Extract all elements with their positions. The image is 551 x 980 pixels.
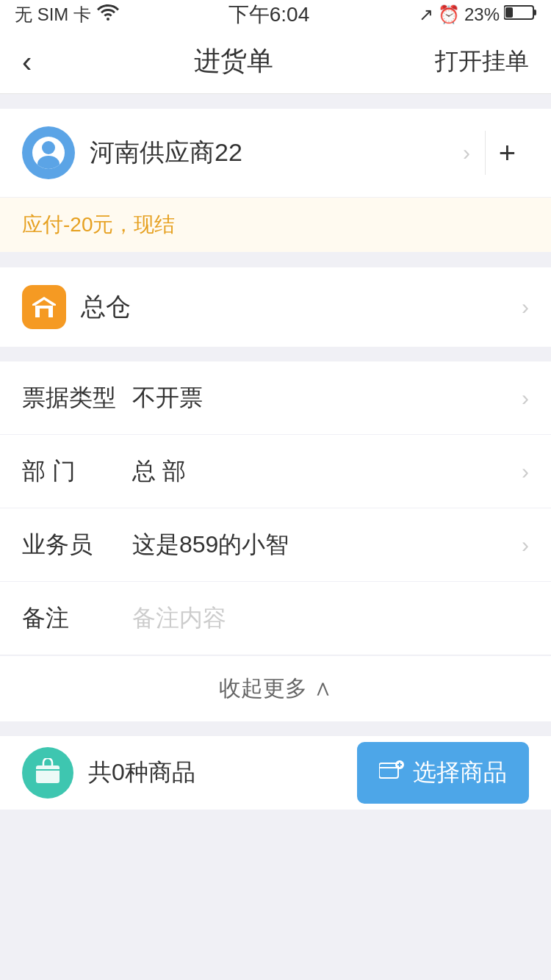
section-gap-3: [0, 347, 551, 361]
salesperson-row[interactable]: 业务员 这是859的小智 ›: [0, 508, 551, 582]
form-section: 票据类型 不开票 › 部 门 总 部 › 业务员 这是859的小智 › 备注 备…: [0, 361, 551, 721]
supplier-notice: 应付-20元，现结: [0, 198, 551, 252]
select-product-icon: [379, 760, 404, 787]
supplier-chevron-icon: ›: [463, 140, 470, 165]
supplier-avatar: [22, 126, 75, 179]
warehouse-icon: [22, 285, 66, 329]
collapse-button[interactable]: 收起更多 ∧: [0, 655, 551, 721]
add-supplier-button[interactable]: +: [485, 131, 529, 175]
supplier-name: 河南供应商22: [90, 136, 463, 170]
svg-rect-2: [505, 7, 513, 18]
product-section: 共0种商品 选择商品: [0, 736, 551, 810]
department-row[interactable]: 部 门 总 部 ›: [0, 435, 551, 508]
status-right: ↗ ⏰ 23%: [419, 4, 536, 25]
location-icon: ↗: [419, 4, 433, 25]
remark-row[interactable]: 备注 备注内容: [0, 582, 551, 655]
supplier-section: 河南供应商22 › + 应付-20元，现结: [0, 109, 551, 252]
department-chevron-icon: ›: [522, 459, 529, 484]
salesperson-label: 业务员: [22, 529, 125, 561]
status-bar: 无 SIM 卡 下午6:04 ↗ ⏰ 23%: [0, 0, 551, 29]
supplier-row[interactable]: 河南供应商22 › +: [0, 109, 551, 198]
status-time: 下午6:04: [228, 1, 310, 29]
open-pending-button[interactable]: 打开挂单: [435, 46, 529, 78]
remark-label: 备注: [22, 602, 125, 635]
svg-rect-3: [36, 765, 60, 783]
warehouse-name: 总仓: [81, 290, 522, 324]
section-gap-1: [0, 94, 551, 109]
invoice-type-label: 票据类型: [22, 382, 125, 414]
status-left: 无 SIM 卡: [15, 3, 119, 26]
warehouse-chevron-icon: ›: [522, 295, 529, 320]
invoice-type-value: 不开票: [125, 382, 522, 414]
warehouse-section: 总仓 ›: [0, 267, 551, 347]
page-background: [0, 810, 551, 980]
department-label: 部 门: [22, 455, 125, 488]
salesperson-value: 这是859的小智: [125, 529, 522, 561]
warehouse-row[interactable]: 总仓 ›: [0, 267, 551, 347]
signal-text: 无 SIM 卡: [15, 3, 91, 26]
wifi-icon: [97, 4, 119, 25]
page-title: 进货单: [194, 43, 273, 79]
collapse-label: 收起更多 ∧: [219, 674, 331, 704]
section-gap-2: [0, 252, 551, 267]
product-count: 共0种商品: [88, 757, 357, 789]
remark-input[interactable]: 备注内容: [125, 602, 529, 635]
invoice-type-row[interactable]: 票据类型 不开票 ›: [0, 361, 551, 435]
svg-rect-1: [533, 10, 536, 15]
select-product-label: 选择商品: [413, 757, 507, 789]
avatar-icon: [32, 137, 65, 169]
product-icon: [22, 747, 73, 799]
alarm-icon: ⏰: [438, 4, 460, 25]
back-button[interactable]: ‹: [22, 47, 32, 76]
nav-bar: ‹ 进货单 打开挂单: [0, 29, 551, 94]
battery-text: 23%: [464, 4, 500, 25]
invoice-type-chevron-icon: ›: [522, 386, 529, 411]
select-product-button[interactable]: 选择商品: [357, 742, 529, 804]
salesperson-chevron-icon: ›: [522, 533, 529, 558]
battery-icon: [504, 4, 536, 25]
department-value: 总 部: [125, 455, 522, 488]
